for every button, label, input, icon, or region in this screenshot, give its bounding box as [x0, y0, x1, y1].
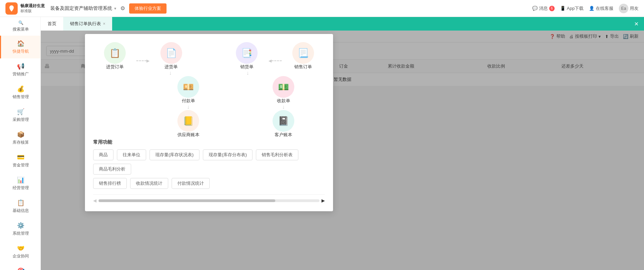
sales-icon: 📑	[241, 48, 252, 58]
sales-order-icon: 📃	[298, 48, 309, 58]
sales-circle: 📑	[236, 42, 258, 64]
sidebar-item-finance[interactable]: 💳 资金管理	[0, 149, 40, 172]
scrollbar-track[interactable]	[99, 199, 319, 202]
avatar: Ea	[619, 4, 628, 13]
collab-icon: 🤝	[17, 245, 24, 252]
sidebar-item-system[interactable]: ⚙️ 系统管理	[0, 218, 40, 240]
user-avatar-button[interactable]: Ea 用友	[619, 4, 639, 13]
empty-2	[137, 70, 148, 76]
sidebar-item-collab[interactable]: 🤝 企业协同	[0, 240, 40, 263]
download-icon: 📱	[560, 6, 565, 11]
purchase-order-circle: 📋	[104, 42, 126, 64]
btn-stock-status[interactable]: 现存量(库存状况表)	[150, 149, 199, 160]
basic-icon: 📋	[17, 199, 24, 206]
empty-4	[270, 70, 281, 76]
system-title: 装备及固定资产辅助管理系统 ▾	[50, 5, 116, 12]
sidebar-item-operations[interactable]: 📊 经营管理	[0, 172, 40, 195]
tab-close-icon[interactable]: ×	[103, 21, 105, 26]
receipt-icon: 💵	[278, 82, 289, 92]
customer-ledger-label: 客户账本	[275, 132, 292, 138]
empty-7	[215, 104, 256, 110]
arrow-down-purchase: ↓	[148, 70, 192, 76]
scroll-right-icon[interactable]: ▶	[321, 198, 325, 203]
flow-node-supplier-ledger[interactable]: 📒 供应商账本	[161, 110, 215, 138]
message-badge: 6	[549, 6, 555, 11]
message-button[interactable]: 💬 消息 6	[532, 5, 555, 12]
page-content: ❓ 帮助 🖨 按模板打印 ▾ ⬆ 导出 🔄 刷新	[41, 31, 644, 270]
sidebar-item-sales[interactable]: 💰 销售管理	[0, 81, 40, 104]
home-icon: 🏠	[17, 40, 24, 47]
sales-label: 销货单	[240, 64, 254, 70]
popup-overlay: 📋 进货订单 ▶	[41, 31, 644, 270]
btn-sales-rank[interactable]: 销售排行榜	[93, 178, 127, 189]
payment-icon: 💴	[183, 82, 194, 92]
online-service-button[interactable]: 👤 在线客服	[589, 5, 613, 12]
guide-icon: 🎯	[17, 267, 24, 270]
marketing-icon: 📢	[17, 62, 24, 70]
row-3: 💴 付款单 💵 收款单	[93, 76, 325, 104]
system-dropdown-icon[interactable]: ▾	[114, 6, 116, 11]
common-section: 常用功能 商品 往来单位 现存量(库存状况表) 现存量(库存分布表) 销售毛利分…	[93, 139, 325, 189]
sales-order-label: 销售订单	[294, 64, 312, 70]
sidebar-item-purchase[interactable]: 🛒 采购管理	[0, 104, 40, 127]
receipt-label: 收款单	[277, 98, 290, 104]
btn-product[interactable]: 商品	[93, 149, 114, 160]
sidebar-item-guide[interactable]: 🎯 新手引导	[0, 263, 40, 270]
logo-text: 畅康通好生意 标准版	[20, 3, 45, 14]
scroll-left-icon[interactable]: ◀	[93, 198, 97, 203]
btn-receipt-stat[interactable]: 收款情况统计	[130, 178, 168, 189]
system-icon: ⚙️	[17, 222, 24, 229]
arrow-row-2: ↓ ↓	[93, 70, 325, 76]
btn-stock-dist[interactable]: 现存量(库存分布表)	[203, 149, 253, 160]
flow-node-sales[interactable]: 📑 销货单	[225, 42, 268, 70]
btn-payment-stat[interactable]: 付款情况统计	[172, 178, 210, 189]
purchase-label: 进货单	[164, 64, 178, 70]
popup-panel: 📋 进货订单 ▶	[85, 34, 333, 211]
flow-node-customer-ledger[interactable]: 📓 客户账本	[256, 110, 311, 138]
header-right: 💬 消息 6 📱 App下载 👤 在线客服 Ea 用友	[532, 4, 639, 13]
sales-icon: 💰	[17, 85, 24, 93]
tab-bar-close-button[interactable]: ✕	[629, 21, 644, 27]
sidebar-search[interactable]: 🔍 搜索菜单	[0, 17, 40, 36]
arrow-1: ▶	[136, 58, 150, 63]
purchase-circle: 📄	[160, 42, 182, 64]
empty-1	[93, 70, 137, 76]
tab-home[interactable]: 首页	[41, 17, 63, 31]
flow-diagram: 📋 进货订单 ▶	[93, 42, 325, 138]
message-icon: 💬	[532, 6, 538, 11]
payment-circle: 💴	[177, 76, 199, 98]
content-area: 首页 销售订单执行表 × ✕ ❓ 帮助 🖨	[41, 17, 644, 270]
sidebar-item-marketing[interactable]: 📢 营销推广	[0, 58, 40, 81]
purchase-icon: 🛒	[17, 108, 24, 115]
empty-6	[93, 104, 161, 110]
service-icon: 👤	[589, 6, 594, 11]
btn-partner[interactable]: 往来单位	[117, 149, 146, 160]
flow-node-purchase[interactable]: 📄 进货单	[150, 42, 193, 70]
empty-3	[192, 70, 225, 76]
trial-button[interactable]: 体验行业方案	[129, 3, 167, 14]
sidebar: 🔍 搜索菜单 🏠 快捷导航 📢 营销推广 💰 销售管理 🛒 采购管理 📦	[0, 17, 41, 270]
scrollbar-thumb	[99, 199, 275, 202]
supplier-ledger-icon: 📒	[183, 116, 194, 126]
search-icon: 🔍	[18, 20, 23, 25]
empty-5	[281, 70, 325, 76]
logo-area: 畅康通好生意 标准版	[5, 2, 46, 15]
sidebar-item-inventory[interactable]: 📦 库存核算	[0, 127, 40, 149]
purchase-order-label: 进货订单	[106, 64, 124, 70]
customer-ledger-circle: 📓	[273, 110, 294, 132]
app-download-button[interactable]: 📱 App下载	[560, 5, 584, 12]
arrow-2: ◀	[268, 58, 282, 63]
sidebar-item-quicknav[interactable]: 🏠 快捷导航	[0, 36, 40, 58]
btn-sales-profit[interactable]: 销售毛利分析表	[256, 149, 298, 160]
flow-node-payment[interactable]: 💴 付款单	[161, 76, 215, 104]
sales-order-circle: 📃	[292, 42, 314, 64]
sidebar-item-basic[interactable]: 📋 基础信息	[0, 195, 40, 218]
flow-node-receipt[interactable]: 💵 收款单	[256, 76, 311, 104]
inventory-icon: 📦	[17, 131, 24, 138]
flow-node-sales-order[interactable]: 📃 销售订单	[282, 42, 325, 70]
common-title: 常用功能	[93, 139, 325, 145]
settings-icon[interactable]: ⚙	[120, 5, 125, 12]
tab-sales-order[interactable]: 销售订单执行表 ×	[63, 17, 112, 31]
flow-node-purchase-order[interactable]: 📋 进货订单	[93, 42, 136, 70]
btn-product-profit[interactable]: 商品毛利分析	[93, 164, 131, 175]
